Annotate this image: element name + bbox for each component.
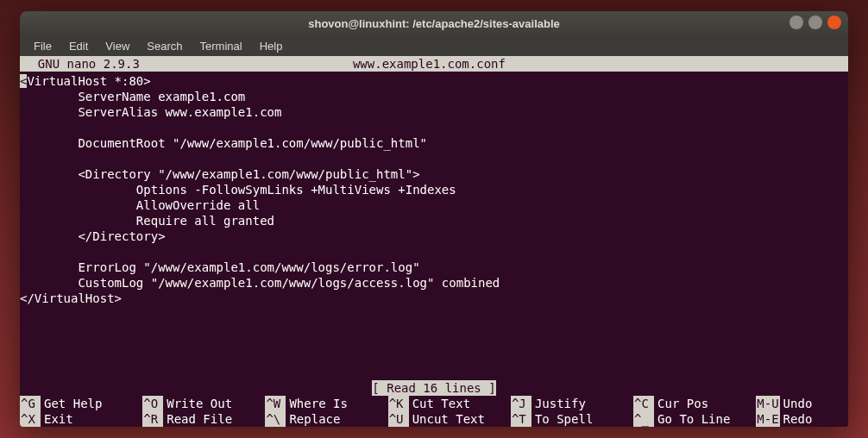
- nano-header: GNU nano 2.9.3 www.example1.com.conf: [20, 56, 848, 72]
- help-row-2: ^XExit ^RRead File ^\Replace ^UUncut Tex…: [20, 411, 848, 427]
- help-write-out[interactable]: ^OWrite Out: [142, 396, 265, 411]
- nano-filename: www.example1.com.conf: [140, 56, 719, 72]
- help-read-file[interactable]: ^RRead File: [142, 411, 265, 427]
- window-title: shovon@linuxhint: /etc/apache2/sites-ava…: [308, 17, 560, 30]
- terminal-area[interactable]: GNU nano 2.9.3 www.example1.com.conf <Vi…: [20, 56, 848, 427]
- help-undo[interactable]: M-UUndo: [756, 396, 848, 411]
- status-area: [ Read 16 lines ]: [20, 380, 848, 396]
- menu-view[interactable]: View: [98, 38, 136, 54]
- menu-file[interactable]: File: [27, 38, 59, 54]
- help-to-spell[interactable]: ^TTo Spell: [511, 411, 633, 427]
- help-redo[interactable]: M-ERedo: [756, 411, 848, 427]
- window-controls: [789, 16, 841, 29]
- help-exit[interactable]: ^XExit: [20, 411, 142, 427]
- editor-body[interactable]: <VirtualHost *:80> ServerName example1.c…: [20, 72, 848, 306]
- help-uncut-text[interactable]: ^UUncut Text: [388, 411, 511, 427]
- help-where-is[interactable]: ^WWhere Is: [265, 396, 387, 411]
- menu-search[interactable]: Search: [140, 38, 189, 54]
- nano-app-version: GNU nano 2.9.3: [20, 56, 140, 72]
- help-get-help[interactable]: ^GGet Help: [20, 396, 142, 411]
- help-cur-pos[interactable]: ^CCur Pos: [633, 396, 756, 411]
- minimize-icon[interactable]: [789, 16, 803, 29]
- menu-edit[interactable]: Edit: [62, 38, 95, 54]
- titlebar: shovon@linuxhint: /etc/apache2/sites-ava…: [20, 11, 848, 35]
- status-message: [ Read 16 lines ]: [372, 380, 495, 396]
- terminal-window: shovon@linuxhint: /etc/apache2/sites-ava…: [20, 11, 848, 427]
- help-replace[interactable]: ^\Replace: [265, 411, 387, 427]
- help-justify[interactable]: ^JJustify: [511, 396, 633, 411]
- nano-help: ^GGet Help ^OWrite Out ^WWhere Is ^KCut …: [20, 396, 848, 427]
- close-icon[interactable]: [827, 16, 841, 29]
- help-go-to-line[interactable]: ^_Go To Line: [633, 411, 756, 427]
- menubar: File Edit View Search Terminal Help: [20, 35, 848, 56]
- help-row-1: ^GGet Help ^OWrite Out ^WWhere Is ^KCut …: [20, 396, 848, 411]
- file-content: VirtualHost *:80> ServerName example1.co…: [20, 74, 500, 305]
- menu-help[interactable]: Help: [253, 38, 290, 54]
- menu-terminal[interactable]: Terminal: [193, 38, 249, 54]
- maximize-icon[interactable]: [808, 16, 822, 29]
- help-cut-text[interactable]: ^KCut Text: [388, 396, 511, 411]
